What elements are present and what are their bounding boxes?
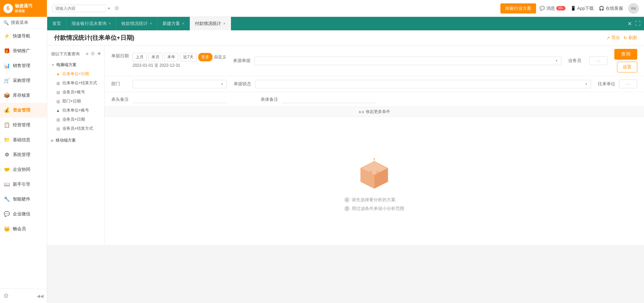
scheme-staff-date[interactable]: ▦ 业务员+日期 [47,115,104,124]
tab-bank-flow-close[interactable]: × [109,21,111,26]
sidebar-item-basic[interactable]: 📁 基础信息 [0,132,47,147]
search-menu[interactable]: 🔍 搜索菜单 [0,17,47,29]
main-body: 按以下方案查询 + ⚙ ◀ ▼ 电脑端方案 ● 往来单位+日期 [47,46,644,245]
sidebar-item-enterprise[interactable]: 🤝 企业协同 [0,162,47,177]
query-btn-group: 查询 设置 [614,49,637,72]
sidebar-item-purchase[interactable]: 🛒 采购管理 [0,73,47,88]
sidebar-item-inventory[interactable]: 📦 库存核算 [0,88,47,103]
scheme-staff-account-label: 业务员+账号 [62,89,85,95]
query-button[interactable]: 查询 [614,49,637,60]
date-custom-label[interactable]: 自定义 [214,54,226,60]
header-note-input[interactable] [133,95,227,103]
member-icon: 👑 [3,225,10,232]
scheme-unit-date[interactable]: ● 往来单位+日期 [47,69,104,79]
sidebar-item-sales[interactable]: 📊 销售管理 [0,58,47,73]
left-panel: 按以下方案查询 + ⚙ ◀ ▼ 电脑端方案 ● 往来单位+日期 [47,46,105,245]
date-last-month-btn[interactable]: 上月 [133,53,147,61]
export-label: 导出 [611,35,620,41]
mobile-scheme-group: ▶ 移动端方案 [47,134,104,146]
sidebar-item-hardware[interactable]: 🔧 智能硬件 [0,192,47,207]
scheme-unit-date-label: 往来单位+日期 [62,71,89,77]
scheme-staff-settle[interactable]: ▦ 业务员+结算方式 [47,124,104,133]
system-icon: ⚙ [3,151,10,158]
refresh-button[interactable]: ↻ 刷新 [623,35,637,41]
tab-receivable[interactable]: 收款情况统计 × [116,17,157,30]
tab-payment-stat-close[interactable]: × [223,21,226,26]
scheme-dept-date[interactable]: ▦ 部门+日期 [47,97,104,106]
sales-icon: 📊 [3,62,10,69]
date-this-month-btn[interactable]: 本月 [148,53,163,61]
scheme-staff-account[interactable]: ▦ 业务员+账号 [47,88,104,97]
scheme-staff-settle-icon: ▦ [55,126,61,131]
app-label: App下载 [577,5,594,11]
wechat-icon: 💬 [3,211,10,217]
left-panel-title: 按以下方案查询 [51,51,80,57]
tab-receivable-close[interactable]: × [150,21,152,26]
sidebar-item-member[interactable]: 👑 畅会员 [0,221,47,236]
message-label: 消息 [546,5,555,11]
service-icon: 🎧 [599,6,604,11]
sidebar-item-wechat[interactable]: 💬 企业微信 [0,207,47,221]
body-note-input[interactable] [282,95,376,103]
body-note-label: 表体备注 [261,96,279,102]
tab-home[interactable]: 首页 [47,17,66,30]
dropdown-arrow-icon[interactable]: ▾ [108,6,110,11]
user-avatar[interactable]: Rit [628,3,639,14]
source-select[interactable]: ▾ [254,57,562,65]
tab-bank-flow-label: 现金银行流水查询 [71,21,107,27]
tab-new-scheme-close[interactable]: × [182,21,184,26]
mobile-scheme-group-title[interactable]: ▶ 移动端方案 [47,136,104,145]
desktop-scheme-group-title[interactable]: ▼ 电脑端方案 [47,60,104,69]
sidebar-item-label: 采购管理 [13,78,30,84]
trade-unit-dots[interactable]: ··· [619,80,637,88]
sidebar-item-quick-nav[interactable]: ⚡ 快捷导航 [0,29,47,43]
sidebar-collapse-icon[interactable]: ◀◀ [37,294,43,299]
sidebar-menu: ⚡ 快捷导航 🎁 营销推广 📊 销售管理 🛒 采购管理 📦 库存核算 💰 资金管… [0,29,47,289]
scheme-unit-account[interactable]: ▲ 往来单位+账号 [47,106,104,115]
sidebar-item-system[interactable]: ⚙ 系统管理 [0,147,47,162]
purchase-icon: 🛒 [3,77,10,84]
tab-new-scheme[interactable]: 新建方案 × [157,17,190,30]
staff-dots[interactable]: ··· [589,56,608,65]
tab-bank-flow[interactable]: 现金银行流水查询 × [66,17,116,30]
date-this-year-btn[interactable]: 本年 [164,53,178,61]
date-more-btn[interactable]: 更多 [198,53,212,61]
sidebar-item-finance[interactable]: 💰 资金管理 [0,103,47,118]
main-content: ▾ ⚙ 体验行业方案 💬 消息 99+ 📱 App下载 🎧 在线客服 Rit [47,0,644,303]
breadcrumb-input[interactable] [52,5,106,12]
sidebar-item-marketing[interactable]: 🎁 营销推广 [0,43,47,58]
tab-close-all-icon[interactable]: ✕ [627,21,632,27]
collapse-more-button[interactable]: ∧∧ 收起更多条件 [105,107,644,117]
dept-select[interactable]: ▾ [133,80,227,88]
dept-label: 部门 [111,81,130,87]
app-download-button[interactable]: 📱 App下载 [570,5,594,11]
tab-payment-stat[interactable]: 付款情况统计 × [190,17,231,30]
tab-expand-icon[interactable]: ⛶ [635,21,641,27]
settings-gear-icon[interactable]: ⚙ [114,5,119,11]
online-service-button[interactable]: 🎧 在线客服 [599,5,623,11]
bill-status-select[interactable]: ▾ [255,80,591,88]
quick-nav-icon: ⚡ [3,33,10,39]
filter-settings-button[interactable]: 设置 [617,62,637,72]
sidebar-item-guide[interactable]: 📖 新手引导 [0,177,47,192]
logo-icon: 6 [3,4,13,13]
scheme-settings-icon[interactable]: ⚙ [91,51,95,57]
scheme-collapse-icon[interactable]: ◀ [97,51,100,57]
trial-industry-button[interactable]: 体验行业方案 [500,3,536,13]
scheme-staff-settle-label: 业务员+结算方式 [62,126,93,131]
date-last-7-btn[interactable]: 近7天 [180,53,197,61]
scheme-unit-date-icon: ● [55,71,61,77]
sidebar-item-label: 营销推广 [13,48,30,54]
filter-row-3: 表头备注 表体备注 [105,92,644,107]
sidebar-item-management[interactable]: 📋 经营管理 [0,118,47,132]
export-button[interactable]: ↗ 导出 [606,35,620,41]
collapse-icon: ∧∧ [358,110,364,114]
sidebar-settings-icon[interactable]: ⚙ [3,292,9,300]
scheme-dept-date-label: 部门+日期 [62,98,81,104]
date-range-row: 2022-01-01 至 2022-12-31 [133,63,226,68]
message-button[interactable]: 💬 消息 99+ [539,5,565,11]
empty-content-area: 1 请先选择要分析的方案 2 用过滤条件来缩小分析范围 [105,117,644,245]
add-scheme-icon[interactable]: + [86,51,89,57]
scheme-unit-settle[interactable]: ▦ 往来单位+结算方式 [47,79,104,88]
export-icon: ↗ [606,35,610,40]
